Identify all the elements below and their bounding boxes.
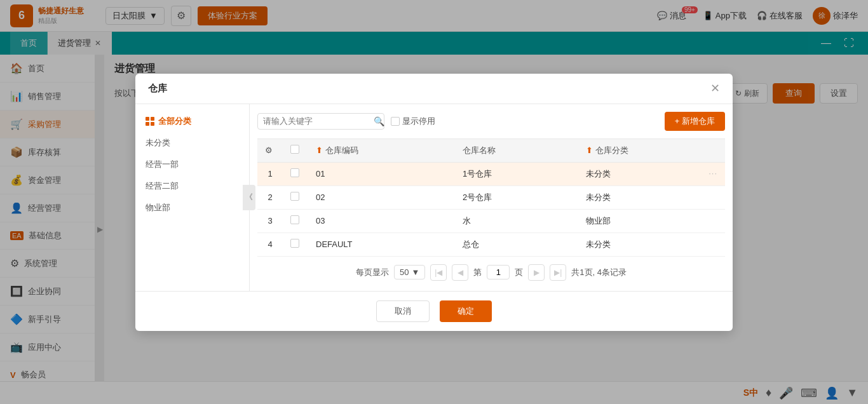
row-checkbox[interactable] [290, 168, 299, 177]
total-label: 共1页, 4条记录 [571, 267, 627, 278]
modal-title: 仓库 [148, 83, 167, 95]
category-label: 经营一部 [146, 159, 179, 169]
category-panel: 全部分类 未分类 经营一部 经营二部 物业部 《 [135, 104, 250, 291]
confirm-button[interactable]: 确定 [440, 300, 492, 322]
modal-close-button[interactable]: ✕ [710, 83, 720, 94]
table-row[interactable]: 2 02 2号仓库 未分类 [257, 185, 725, 209]
modal-overlay: 仓库 ✕ 全部分类 未分类 经营一部 经营二部 [0, 0, 868, 404]
modal-header: 仓库 ✕ [135, 74, 733, 104]
row-checkbox[interactable] [290, 215, 299, 224]
modal-footer: 取消 确定 [135, 291, 733, 331]
page-number-input[interactable] [487, 265, 510, 279]
row-code: 01 [308, 162, 455, 185]
row-num: 3 [257, 209, 283, 232]
last-page-btn[interactable]: ▶| [550, 264, 566, 281]
row-actions[interactable]: ··· [709, 168, 717, 178]
th-sort-icon: ⬆ [316, 145, 323, 155]
row-code: DEFAULT [308, 232, 455, 256]
category-all-label: 全部分类 [158, 116, 191, 127]
row-code: 03 [308, 209, 455, 232]
per-page-label: 每页显示 [356, 267, 389, 278]
th-category: ⬆ 仓库分类 [578, 138, 725, 162]
warehouse-modal: 仓库 ✕ 全部分类 未分类 经营一部 经营二部 [135, 74, 733, 331]
table-row[interactable]: 3 03 水 物业部 [257, 209, 725, 232]
row-name: 总仓 [455, 232, 578, 256]
warehouse-table: ⚙ ⬆ 仓库编码 仓库名称 [257, 138, 725, 257]
per-page-value: 50 [400, 267, 409, 277]
row-code: 02 [308, 185, 455, 209]
category-all[interactable]: 全部分类 [135, 111, 249, 132]
pagination: 每页显示 50 ▼ |◀ ◀ 第 页 ▶ ▶| 共1页, 4条记录 [257, 257, 725, 283]
show-disabled-checkbox-wrap[interactable]: 显示停用 [391, 116, 435, 127]
cancel-button[interactable]: 取消 [376, 300, 430, 322]
row-num: 1 [257, 162, 283, 185]
per-page-chevron: ▼ [411, 267, 419, 277]
row-name: 水 [455, 209, 578, 232]
search-icon[interactable]: 🔍 [374, 116, 384, 126]
show-disabled-checkbox[interactable] [391, 117, 400, 126]
table-row[interactable]: 1 01 1号仓库 未分类 ··· [257, 162, 725, 185]
row-checkbox-cell [283, 185, 308, 209]
category-item-unclassified[interactable]: 未分类 [135, 132, 249, 154]
next-page-btn[interactable]: ▶ [528, 264, 545, 281]
table-row[interactable]: 4 DEFAULT 总仓 未分类 [257, 232, 725, 256]
th-checkbox [283, 138, 308, 162]
page-label: 第 [473, 267, 482, 278]
select-all-checkbox[interactable] [290, 145, 299, 154]
category-item-dept2[interactable]: 经营二部 [135, 175, 249, 197]
grid-icon [146, 117, 154, 126]
category-label: 经营二部 [146, 181, 179, 191]
row-num: 4 [257, 232, 283, 256]
search-input[interactable] [263, 116, 370, 126]
prev-page-btn[interactable]: ◀ [452, 264, 468, 281]
row-checkbox[interactable] [290, 239, 299, 248]
th-settings: ⚙ [257, 138, 283, 162]
table-container: ⚙ ⬆ 仓库编码 仓库名称 [257, 138, 725, 257]
per-page-select[interactable]: 50 ▼ [394, 265, 425, 279]
row-checkbox[interactable] [290, 192, 299, 201]
row-category: 未分类 [578, 232, 725, 256]
search-input-wrap: 🔍 [257, 113, 384, 130]
table-panel: 🔍 显示停用 + 新增仓库 ⚙ [250, 104, 733, 291]
row-name: 1号仓库 [455, 162, 578, 185]
row-category: 物业部 [578, 209, 725, 232]
category-label: 未分类 [146, 138, 170, 147]
row-checkbox-cell [283, 209, 308, 232]
th-category-icon: ⬆ [586, 145, 593, 155]
th-gear-icon[interactable]: ⚙ [265, 145, 273, 155]
table-toolbar: 🔍 显示停用 + 新增仓库 [257, 112, 725, 131]
table-body: 1 01 1号仓库 未分类 ··· [257, 162, 725, 256]
row-checkbox-cell [283, 232, 308, 256]
row-name: 2号仓库 [455, 185, 578, 209]
category-item-dept1[interactable]: 经营一部 [135, 154, 249, 175]
modal-body: 全部分类 未分类 经营一部 经营二部 物业部 《 [135, 104, 733, 291]
category-collapse-btn[interactable]: 《 [243, 185, 255, 210]
row-category: 未分类 [578, 185, 725, 209]
row-checkbox-cell [283, 162, 308, 185]
page-suffix: 页 [515, 267, 523, 278]
row-category: 未分类 ··· [578, 162, 725, 185]
row-num: 2 [257, 185, 283, 209]
category-label: 物业部 [146, 203, 170, 212]
add-warehouse-button[interactable]: + 新增仓库 [665, 112, 725, 131]
show-disabled-label: 显示停用 [402, 116, 435, 127]
category-item-property[interactable]: 物业部 [135, 197, 249, 219]
th-code: ⬆ 仓库编码 [308, 138, 455, 162]
th-name: 仓库名称 [455, 138, 578, 162]
table-head: ⚙ ⬆ 仓库编码 仓库名称 [257, 138, 725, 162]
first-page-btn[interactable]: |◀ [430, 264, 447, 281]
